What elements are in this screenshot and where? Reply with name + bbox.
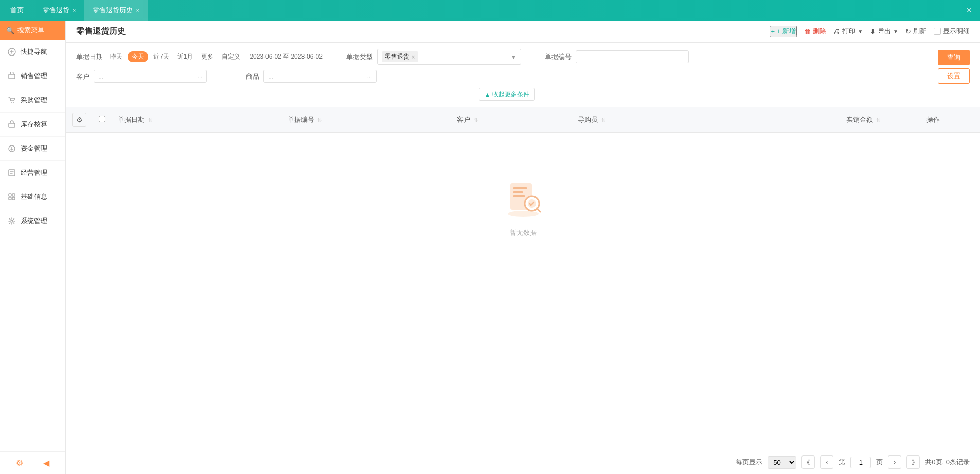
finance-icon <box>7 144 16 153</box>
tab-retail-return-close[interactable]: × <box>73 7 76 13</box>
svg-point-3 <box>13 102 14 103</box>
shortcut-yesterday[interactable]: 昨天 <box>107 51 126 62</box>
doc-type-tag-close[interactable]: × <box>412 53 415 61</box>
main-layout: 🔍 搜索菜单 快捷导航 销售管理 采购管理 库存核算 <box>0 21 980 474</box>
col-guide-sort: ⇅ <box>601 117 605 123</box>
shortcut-7days[interactable]: 近7天 <box>150 51 172 62</box>
prev-page-button[interactable]: ‹ <box>820 455 833 469</box>
sidebar-item-basic[interactable]: 基础信息 <box>0 185 65 209</box>
refresh-icon: ↻ <box>905 28 911 35</box>
tab-home[interactable]: 首页 <box>0 0 34 21</box>
print-arrow-icon: ▼ <box>858 29 863 34</box>
inventory-icon <box>7 120 16 129</box>
svg-rect-8 <box>12 194 15 196</box>
per-page-label: 每页显示 <box>736 458 762 467</box>
sidebar-item-inventory[interactable]: 库存核算 <box>0 113 65 137</box>
goods-select[interactable]: ... ··· <box>263 70 377 83</box>
refresh-button[interactable]: ↻ 刷新 <box>905 27 926 36</box>
sidebar-settings-icon[interactable]: ⚙ <box>16 458 23 468</box>
collapse-filter-button[interactable]: ▲ 收起更多条件 <box>479 88 536 101</box>
date-label: 单据日期 <box>76 52 103 62</box>
col-doc-number[interactable]: 单据编号 ⇅ <box>281 107 451 133</box>
empty-state: 暂无数据 <box>66 133 980 279</box>
next-page-button[interactable]: › <box>888 455 901 469</box>
doc-type-select[interactable]: 零售退货 × ▼ <box>377 49 521 65</box>
sales-icon <box>7 71 16 81</box>
query-button[interactable]: 查询 <box>938 50 970 65</box>
delete-button[interactable]: 🗑 删除 <box>804 27 826 36</box>
goods-filter-group: 商品 ... ··· <box>246 70 377 83</box>
last-page-button[interactable]: ⟫ <box>906 455 920 469</box>
first-page-button[interactable]: ⟪ <box>801 455 815 469</box>
sidebar-item-sales-label: 销售管理 <box>21 71 47 81</box>
customer-placeholder: ... <box>98 72 104 80</box>
export-button[interactable]: ⬇ 导出 ▼ <box>870 27 898 36</box>
svg-rect-1 <box>9 74 15 79</box>
page-prefix-label: 第 <box>839 458 845 467</box>
collapse-icon: ▲ <box>485 91 491 98</box>
show-detail-toggle: 显示明细 <box>934 27 970 36</box>
col-guide-label: 导购员 <box>578 116 598 123</box>
svg-point-12 <box>508 211 539 217</box>
svg-rect-7 <box>9 194 11 196</box>
col-doc-date[interactable]: 单据日期 ⇅ <box>112 107 281 133</box>
show-detail-checkbox[interactable] <box>934 28 941 35</box>
col-customer[interactable]: 客户 ⇅ <box>451 107 572 133</box>
delete-icon: 🗑 <box>804 28 811 35</box>
tab-home-label: 首页 <box>10 6 24 15</box>
svg-rect-14 <box>513 187 527 189</box>
data-table: ⚙ 单据日期 ⇅ 单据编号 ⇅ <box>66 107 980 133</box>
shortcut-custom[interactable]: 自定义 <box>219 51 243 62</box>
customer-select[interactable]: ... ··· <box>94 70 207 83</box>
customer-label: 客户 <box>76 72 90 81</box>
col-amount[interactable]: 实销金额 ⇅ <box>717 107 887 133</box>
print-icon: 🖨 <box>833 28 840 35</box>
export-arrow-icon: ▼ <box>893 29 898 34</box>
svg-rect-15 <box>513 191 523 193</box>
empty-text: 暂无数据 <box>510 228 537 238</box>
sidebar-search-label: 搜索菜单 <box>17 26 44 35</box>
page-title: 零售退货历史 <box>76 26 126 37</box>
sidebar-item-operations[interactable]: 经营管理 <box>0 161 65 185</box>
select-all-checkbox[interactable] <box>99 116 105 122</box>
page-suffix-label: 页 <box>876 458 883 467</box>
sidebar-item-sales[interactable]: 销售管理 <box>0 64 65 88</box>
system-icon <box>7 216 16 226</box>
tab-retail-return[interactable]: 零售退货 × <box>34 0 84 21</box>
shortcut-today[interactable]: 今天 <box>128 51 148 62</box>
sidebar-item-finance[interactable]: 资金管理 <box>0 137 65 161</box>
shortcut-more[interactable]: 更多 <box>198 51 217 62</box>
quick-nav-icon <box>7 47 16 57</box>
sidebar-collapse-icon[interactable]: ◀ <box>43 458 49 468</box>
window-close-button[interactable]: × <box>958 5 980 16</box>
filter-actions: 查询 设置 <box>938 49 970 84</box>
sidebar-search[interactable]: 🔍 搜索菜单 <box>0 21 65 40</box>
goods-dropdown-icon: ··· <box>367 74 372 80</box>
top-bar: 首页 零售退货 × 零售退货历史 × × <box>0 0 980 21</box>
tab-retail-return-history-close[interactable]: × <box>136 7 139 13</box>
add-button[interactable]: + + 新增 <box>770 26 797 37</box>
collapse-label: 收起更多条件 <box>492 90 529 99</box>
sidebar-item-quick-nav[interactable]: 快捷导航 <box>0 40 65 64</box>
doc-number-input[interactable] <box>576 50 689 63</box>
svg-point-11 <box>11 220 13 222</box>
total-label: 共0页, 0条记录 <box>925 458 970 467</box>
print-button[interactable]: 🖨 打印 ▼ <box>833 27 863 36</box>
svg-rect-4 <box>9 123 15 127</box>
set-button[interactable]: 设置 <box>938 68 970 84</box>
col-action: 操作 <box>886 107 980 133</box>
tab-retail-return-history[interactable]: 零售退货历史 × <box>84 0 148 21</box>
doc-type-tag-label: 零售退货 <box>385 52 409 61</box>
page-number-input[interactable] <box>850 457 871 468</box>
col-action-label: 操作 <box>926 116 940 123</box>
customer-dropdown-icon: ··· <box>198 74 202 80</box>
per-page-select[interactable]: 20 50 100 <box>768 456 796 469</box>
table-settings-icon[interactable]: ⚙ <box>72 113 86 127</box>
shortcut-1month[interactable]: 近1月 <box>174 51 197 62</box>
sidebar-item-purchase[interactable]: 采购管理 <box>0 88 65 113</box>
sidebar-item-system[interactable]: 系统管理 <box>0 209 65 233</box>
content-area: 零售退货历史 + + 新增 🗑 删除 🖨 打印 ▼ ⬇ 导出 <box>66 21 980 474</box>
col-customer-label: 客户 <box>457 116 470 123</box>
date-filter-group: 单据日期 昨天 今天 近7天 近1月 更多 自定义 2023-06-02 至 2… <box>76 51 323 62</box>
col-guide[interactable]: 导购员 ⇅ <box>572 107 717 133</box>
